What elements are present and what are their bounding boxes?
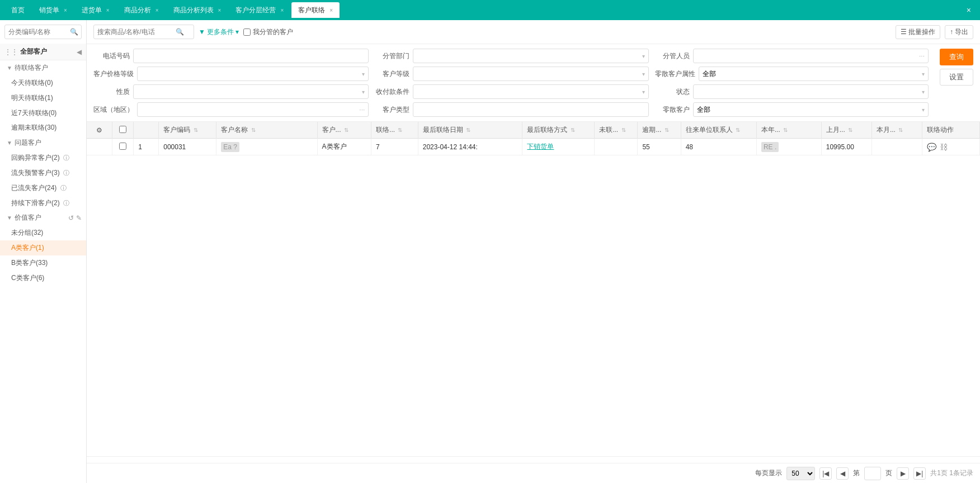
filter-retail-attr-select[interactable]: 全部 ▾ xyxy=(699,67,929,81)
region-input[interactable] xyxy=(141,106,357,113)
more-filters-btn[interactable]: ▼ 更多条件 ▾ xyxy=(199,27,239,37)
col-lastdate-header[interactable]: 最后联络日期 ⇅ xyxy=(418,122,522,139)
tab-goods-analysis-list[interactable]: 商品分析列表 × xyxy=(167,2,228,18)
col-thismonth-header[interactable]: 本月... ⇅ xyxy=(871,122,922,139)
tab-sales-close[interactable]: × xyxy=(64,7,67,13)
sidebar-item-class-b[interactable]: B类客户(33) xyxy=(0,255,86,271)
value-customers-group[interactable]: ▼ 价值客户 ↺ ✎ xyxy=(0,210,86,225)
col-settings[interactable]: ⚙ xyxy=(87,122,112,139)
sidebar-item-overdue[interactable]: 逾期未联络(30) xyxy=(0,120,86,135)
prev-page-btn[interactable]: ◀ xyxy=(836,467,849,480)
col-name-header[interactable]: 客户名称 ⇅ xyxy=(216,122,317,139)
tab-customer-contact[interactable]: 客户联络 × xyxy=(291,2,340,18)
pending-contact-group[interactable]: ▼ 待联络客户 xyxy=(0,60,86,75)
batch-ops-btn[interactable]: ☰ 批量操作 xyxy=(896,25,940,39)
filter-dept-select[interactable]: ▾ xyxy=(413,49,648,63)
tab-sales[interactable]: 销货单 × xyxy=(32,2,74,18)
tab-goods-analysis-close[interactable]: × xyxy=(156,7,159,13)
customer-type-input[interactable] xyxy=(417,106,644,113)
filter-payment-select[interactable]: ▾ xyxy=(413,84,648,99)
last-page-btn[interactable]: ▶| xyxy=(913,467,926,480)
col-class-header[interactable]: 客户... ⇅ xyxy=(317,122,371,139)
sidebar-search-icon[interactable]: 🔍 xyxy=(70,28,78,36)
col-lastway-header[interactable]: 最后联络方式 ⇅ xyxy=(522,122,595,139)
filter-status-select[interactable]: ▾ xyxy=(693,84,929,99)
per-page-select[interactable]: 50 100 200 xyxy=(786,467,815,480)
col-lastmonth-header[interactable]: 上月... ⇅ xyxy=(821,122,871,139)
col-unitcontact-header[interactable]: 往来单位联系人 ⇅ xyxy=(681,122,756,139)
dots-icon-manager[interactable]: ··· xyxy=(919,52,925,60)
col-checkbox-header[interactable] xyxy=(112,122,134,139)
sidebar-item-churn-warning[interactable]: 流失预警客户(3) ⓘ xyxy=(0,165,86,181)
info-icon-2: ⓘ xyxy=(63,169,69,176)
tab-home[interactable]: 首页 xyxy=(4,2,31,18)
tab-customer-contact-close[interactable]: × xyxy=(329,7,333,13)
sidebar-item-tomorrow[interactable]: 明天待联络(1) xyxy=(0,91,86,106)
col-contact-header[interactable]: 联络... ⇅ xyxy=(371,122,418,139)
sidebar-item-declining[interactable]: 持续下滑客户(2) ⓘ xyxy=(0,196,86,211)
sidebar-item-churned[interactable]: 已流失客户(24) ⓘ xyxy=(0,181,86,196)
problem-customers-group[interactable]: ▼ 问题客户 xyxy=(0,135,86,150)
my-customers-filter[interactable]: 我分管的客户 xyxy=(243,27,293,37)
col-overdue-header[interactable]: 逾期... ⇅ xyxy=(638,122,681,139)
col-thisyear-header[interactable]: 本年... ⇅ xyxy=(756,122,821,139)
my-customers-checkbox[interactable] xyxy=(243,29,251,36)
filter-customer-type-input[interactable] xyxy=(413,102,648,117)
filter-phone-input[interactable] xyxy=(133,49,369,63)
tab-purchase[interactable]: 进货单 × xyxy=(75,2,116,18)
sidebar-item-7days[interactable]: 近7天待联络(0) xyxy=(0,106,86,121)
row-checkbox[interactable] xyxy=(119,143,126,150)
tab-goods-list-close[interactable]: × xyxy=(218,7,222,13)
phone-input[interactable] xyxy=(137,52,365,60)
filter-search-input[interactable] xyxy=(97,28,176,36)
filter-manager-input[interactable]: ··· xyxy=(693,49,929,63)
filter-price-select[interactable]: ▾ xyxy=(137,67,369,81)
tab-customer-segment-close[interactable]: × xyxy=(280,7,284,13)
filter-search-icon[interactable]: 🔍 xyxy=(176,28,184,36)
sidebar-item-class-a[interactable]: A类客户(1) xyxy=(0,240,86,255)
query-btn[interactable]: 查询 xyxy=(940,49,973,65)
info-icon-3: ⓘ xyxy=(60,184,67,191)
filter-row-3: 性质 ▾ 收付款条件 ▾ 状态 xyxy=(93,84,929,99)
col-lastdate-label: 最后联络日期 xyxy=(423,126,463,134)
filter-retail-select[interactable]: 全部 ▾ xyxy=(693,102,929,117)
h-scrollbar[interactable] xyxy=(87,456,980,463)
col-code-header[interactable]: 客户编码 ⇅ xyxy=(159,122,216,139)
filter-customer-level-select[interactable]: ▾ xyxy=(413,67,648,81)
collapse-icon[interactable]: ◀ xyxy=(77,48,82,56)
filter-region-input[interactable]: ··· xyxy=(137,102,369,117)
sort-icon-contact: ⇅ xyxy=(398,127,402,133)
comment-icon[interactable]: 💬 xyxy=(927,143,936,151)
sidebar-item-class-c[interactable]: C类客户(6) xyxy=(0,271,86,286)
tab-goods-analysis[interactable]: 商品分析 × xyxy=(117,2,166,18)
total-records: 共1页 1条记录 xyxy=(930,468,973,478)
refresh-icon[interactable]: ↺ xyxy=(68,214,74,222)
sidebar-all-customers-header[interactable]: ⋮⋮ 全部客户 ◀ xyxy=(0,44,86,60)
setting-btn[interactable]: 设置 xyxy=(940,69,973,86)
tab-purchase-close[interactable]: × xyxy=(106,7,110,13)
edit-icon[interactable]: ✎ xyxy=(76,214,82,222)
sidebar-item-unclassified[interactable]: 未分组(32) xyxy=(0,225,86,240)
bottom-bar: 每页显示 50 100 200 |◀ ◀ 第 1 页 ▶ ▶| 共1页 1条记录 xyxy=(87,463,980,483)
close-all-btn[interactable]: × xyxy=(962,6,976,15)
sidebar-item-today[interactable]: 今天待联络(0) xyxy=(0,75,86,91)
next-page-btn[interactable]: ▶ xyxy=(897,467,909,480)
page-input[interactable]: 1 xyxy=(864,467,881,480)
chevron-icon: ▾ xyxy=(642,53,645,59)
row-name-cell: Ea ? xyxy=(216,139,317,155)
link-icon[interactable]: ⛓ xyxy=(940,143,948,151)
first-page-btn[interactable]: |◀ xyxy=(819,467,832,480)
row-checkbox-cell[interactable] xyxy=(112,139,134,155)
sidebar-item-repurchase[interactable]: 回购异常客户(2) ⓘ xyxy=(0,150,86,165)
filter-nature-select[interactable]: ▾ xyxy=(133,84,369,99)
row-lastway[interactable]: 下销货单 xyxy=(527,143,554,150)
manager-input[interactable] xyxy=(697,52,917,60)
gear-icon[interactable]: ⚙ xyxy=(96,126,102,134)
export-btn[interactable]: ↑ 导出 xyxy=(945,25,973,39)
page-end-label: 页 xyxy=(885,468,892,478)
col-unlink-header[interactable]: 未联... ⇅ xyxy=(595,122,638,139)
tab-customer-segment[interactable]: 客户分层经营 × xyxy=(229,2,290,18)
select-all-checkbox[interactable] xyxy=(119,126,126,133)
sort-icon-unitcontact: ⇅ xyxy=(736,127,740,133)
dots-icon-region[interactable]: ··· xyxy=(359,106,365,113)
